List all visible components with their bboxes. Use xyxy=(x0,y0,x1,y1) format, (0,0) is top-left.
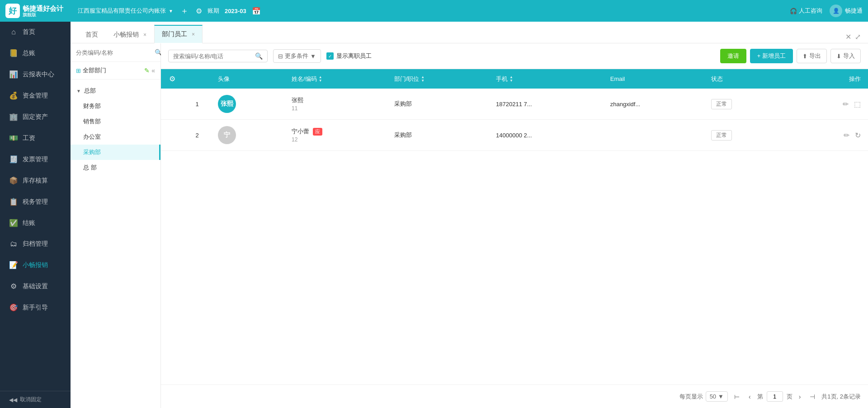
dept-node-purchase[interactable]: 采购部 xyxy=(71,145,160,160)
reports-icon: 📊 xyxy=(9,70,18,79)
edit-employee-button[interactable]: ✏ xyxy=(844,131,849,140)
avatar: 张熙 xyxy=(218,95,236,113)
company-selector[interactable]: 江西服宝精品有限责任公司内账张 ▼ xyxy=(78,7,173,15)
import-button[interactable]: ⬇ 导入 xyxy=(830,49,861,63)
col-settings[interactable]: ⚙ xyxy=(161,69,184,89)
header-right: 🎧 人工咨询 👤 畅捷通 xyxy=(790,5,863,17)
import-icon: ⬇ xyxy=(836,53,841,60)
dept-tree: ▼ 总部 财务部 销售部 办公室 采购部 xyxy=(71,80,160,408)
dept-node-sales[interactable]: 销售部 xyxy=(71,114,160,129)
ledger-icon: 📒 xyxy=(9,49,18,57)
col-phone[interactable]: 手机 ▲▼ xyxy=(489,69,603,89)
row1-settings xyxy=(161,89,184,120)
dept-node-hq-label: 总部 xyxy=(84,87,96,95)
settings-icon[interactable]: ⚙ xyxy=(196,7,202,15)
next-page-button[interactable]: › xyxy=(796,392,804,401)
prev-page-button[interactable]: ‹ xyxy=(746,392,754,401)
employee-search-input[interactable] xyxy=(173,53,252,60)
ai-consult-button[interactable]: 🎧 人工咨询 xyxy=(790,7,822,15)
sort-dept-icon: ▲▼ xyxy=(421,75,425,83)
employee-name: 张熙 xyxy=(292,96,380,104)
dept-node-general[interactable]: 总 部 xyxy=(71,160,160,175)
sidebar-label-guide: 新手引导 xyxy=(23,304,48,312)
tab-close-all[interactable]: ✕ xyxy=(845,33,851,41)
page-size-select: 每页显示 50 ▼ xyxy=(679,391,728,402)
logo-icon: 好 xyxy=(5,4,20,18)
employee-search-icon[interactable]: 🔍 xyxy=(255,52,263,60)
dept-node-finance[interactable]: 财务部 xyxy=(71,98,160,114)
filter-label: 更多条件 xyxy=(285,52,308,60)
sidebar-label-reports: 云报表中心 xyxy=(23,70,54,79)
sidebar-item-inventory[interactable]: 📦 库存核算 xyxy=(0,170,71,191)
edit-employee-button[interactable]: ✏ xyxy=(843,100,849,108)
tab-dept-employee[interactable]: 部门员工 × xyxy=(154,25,203,43)
add-employee-button[interactable]: + 新增员工 xyxy=(750,49,793,63)
sidebar-item-archive[interactable]: 🗂 归档管理 xyxy=(0,234,71,254)
sidebar-item-guide[interactable]: 🎯 新手引导 xyxy=(0,297,71,318)
sidebar-label-funds: 资金管理 xyxy=(23,92,48,100)
sidebar-item-expense[interactable]: 📝 小畅报销 xyxy=(0,254,71,276)
filter-button[interactable]: ⊟ 更多条件 ▼ xyxy=(273,49,321,63)
col-name-code[interactable]: 姓名/编码 ▲▼ xyxy=(284,69,387,89)
row1-avatar-cell: 张熙 xyxy=(211,89,284,120)
last-page-button[interactable]: ⊣ xyxy=(807,392,818,401)
sidebar-item-home[interactable]: ⌂ 首页 xyxy=(0,22,71,42)
page-size-value: 50 xyxy=(710,393,716,400)
sidebar-item-payroll[interactable]: 💵 工资 xyxy=(0,127,71,149)
chevron-down-icon: ▼ xyxy=(169,9,173,14)
sidebar-item-settings[interactable]: ⚙ 基础设置 xyxy=(0,276,71,297)
logout-employee-button[interactable]: ⬚ xyxy=(854,100,861,108)
page-size-label: 每页显示 xyxy=(679,393,703,401)
dept-node-sales-label: 销售部 xyxy=(83,117,101,126)
user-info[interactable]: 👤 畅捷通 xyxy=(830,5,863,17)
sidebar-item-reports[interactable]: 📊 云报表中心 xyxy=(0,64,71,85)
sidebar-label-invoice: 发票管理 xyxy=(23,155,48,164)
add-account-button[interactable]: ＋ xyxy=(179,5,190,16)
tab-bar: 首页 小畅报销 × 部门员工 × ✕ ⤢ xyxy=(71,22,868,43)
tab-expense-close[interactable]: × xyxy=(143,32,146,38)
sidebar-item-checkout[interactable]: ✅ 结账 xyxy=(0,212,71,234)
unpin-label: 取消固定 xyxy=(20,396,42,403)
dept-search-input[interactable] xyxy=(76,49,152,56)
sidebar-item-invoice[interactable]: 🧾 发票管理 xyxy=(0,149,71,170)
dept-node-hq[interactable]: ▼ 总部 xyxy=(71,83,160,98)
column-settings-icon[interactable]: ⚙ xyxy=(169,75,175,83)
export-button[interactable]: ⬆ 导出 xyxy=(797,49,827,63)
sort-phone-icon: ▲▼ xyxy=(509,75,513,83)
delete-employee-button[interactable]: ↻ xyxy=(855,131,861,140)
status-badge: 正常 xyxy=(711,99,732,109)
row1-dept: 采购部 xyxy=(387,89,489,120)
sidebar-item-fixed-assets[interactable]: 🏢 固定资产 xyxy=(0,106,71,127)
avatar-text: 宁 xyxy=(224,131,230,139)
col-phone-label: 手机 xyxy=(496,75,508,83)
sidebar-item-ledger[interactable]: 📒 总账 xyxy=(0,42,71,64)
tab-expand[interactable]: ⤢ xyxy=(855,33,861,41)
show-resigned-checkbox[interactable]: ✓ 显示离职员工 xyxy=(326,52,372,60)
app-title: 畅捷通好会计 xyxy=(23,5,63,13)
dept-node-office[interactable]: 办公室 xyxy=(71,129,160,145)
guide-icon: 🎯 xyxy=(9,303,18,312)
tab-home[interactable]: 首页 xyxy=(78,26,106,43)
page-size-selector[interactable]: 50 ▼ xyxy=(706,391,728,402)
sort-icon: ▲▼ xyxy=(319,75,322,83)
dept-add-button[interactable]: ✎ xyxy=(144,67,150,74)
sidebar-item-funds[interactable]: 💰 资金管理 xyxy=(0,85,71,106)
username: 畅捷通 xyxy=(845,7,863,15)
tab-expense[interactable]: 小畅报销 × xyxy=(106,26,154,43)
calendar-icon[interactable]: 📅 xyxy=(252,7,261,15)
dept-header: ⊞ 全部部门 ✎ « xyxy=(71,62,160,80)
dept-collapse-button[interactable]: « xyxy=(151,67,155,74)
toolbar-right: 邀请 + 新增员工 ⬆ 导出 ⬇ 导入 xyxy=(720,49,861,63)
dept-node-office-label: 办公室 xyxy=(83,133,101,141)
first-page-button[interactable]: ⊢ xyxy=(731,392,742,401)
page-number-input[interactable] xyxy=(767,391,783,402)
unpin-button[interactable]: ◀◀ 取消固定 xyxy=(0,391,71,408)
content-area: 首页 小畅报销 × 部门员工 × ✕ ⤢ 🔍 xyxy=(71,22,868,408)
col-dept-position[interactable]: 部门/职位 ▲▼ xyxy=(387,69,489,89)
tab-dept-employee-close[interactable]: × xyxy=(192,31,195,38)
filter-icon: ⊟ xyxy=(278,53,283,60)
sidebar-item-tax[interactable]: 📋 税务管理 xyxy=(0,191,71,212)
status-badge: 正常 xyxy=(711,130,732,141)
invite-button[interactable]: 邀请 xyxy=(720,49,746,63)
show-resigned-label: 显示离职员工 xyxy=(336,52,372,60)
